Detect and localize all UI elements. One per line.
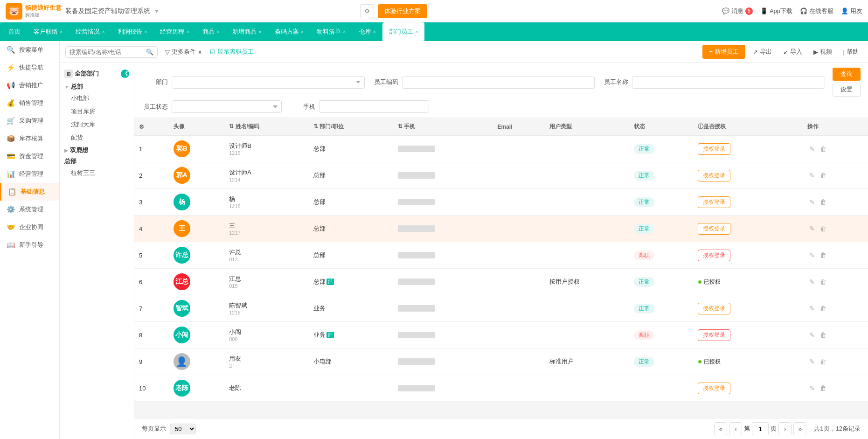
nav-tab-bom[interactable]: 物料清单× bbox=[310, 22, 352, 41]
view-button[interactable]: ▶ 视频 bbox=[810, 46, 836, 58]
delete-button[interactable]: 🗑 bbox=[818, 330, 828, 340]
import-button[interactable]: ↙ 导入 bbox=[779, 46, 806, 58]
sidebar-item-collab[interactable]: 🤝 企业协同 bbox=[0, 218, 59, 236]
sidebar-item-quicknav[interactable]: ⚡ 快捷导航 bbox=[0, 59, 59, 77]
auth-button[interactable]: 授权登录 bbox=[698, 143, 730, 155]
col-name[interactable]: ⇅ 姓名/编码 bbox=[224, 118, 309, 136]
delete-button[interactable]: 🗑 bbox=[818, 357, 828, 366]
edit-button[interactable]: ✎ bbox=[807, 197, 817, 207]
close-icon[interactable]: × bbox=[102, 29, 104, 35]
delete-button[interactable]: 🗑 bbox=[818, 277, 828, 286]
edit-button[interactable]: ✎ bbox=[807, 383, 817, 393]
dept-group-zongbu[interactable]: ▼ 总部 bbox=[60, 81, 134, 92]
sidebar-item-inventory[interactable]: 📦 库存核算 bbox=[0, 130, 59, 147]
close-icon[interactable]: × bbox=[186, 29, 189, 35]
query-button[interactable]: 查询 bbox=[833, 68, 861, 81]
sidebar-item-sales[interactable]: 💰 销售管理 bbox=[0, 94, 59, 112]
close-icon[interactable]: × bbox=[343, 29, 346, 35]
nav-tab-home[interactable]: 首页 bbox=[2, 22, 27, 41]
trial-button[interactable]: 体验行业方案 bbox=[378, 4, 427, 18]
delete-button[interactable]: 🗑 bbox=[818, 144, 828, 153]
dept-item-xiaodianbu[interactable]: 小电部 bbox=[60, 92, 134, 105]
nav-tab-profit[interactable]: 利润报告× bbox=[111, 22, 153, 41]
empcode-input[interactable] bbox=[402, 76, 595, 89]
page-input[interactable] bbox=[752, 422, 769, 435]
search-input[interactable] bbox=[69, 49, 144, 56]
message-button[interactable]: 💬 消息 5 bbox=[722, 7, 753, 15]
more-conditions-button[interactable]: ▽ 更多条件 ∧ bbox=[161, 46, 206, 58]
all-departments-item[interactable]: ⊞ 全部部门 《 bbox=[60, 67, 134, 81]
help-button[interactable]: | 帮助 bbox=[840, 46, 862, 58]
export-button[interactable]: ↗ 导出 bbox=[749, 46, 776, 58]
close-icon[interactable]: × bbox=[258, 29, 261, 35]
delete-button[interactable]: 🗑 bbox=[818, 197, 828, 207]
dept-select[interactable] bbox=[172, 76, 365, 89]
add-employee-button[interactable]: + 新增员工 bbox=[702, 45, 745, 59]
close-icon[interactable]: × bbox=[144, 29, 147, 35]
dept-group-zongbu2[interactable]: 总部 bbox=[60, 155, 134, 167]
col-phone[interactable]: ⇅ 手机 bbox=[393, 118, 493, 136]
settings-icon[interactable]: ⚙ bbox=[139, 124, 144, 130]
dept-item-zhishu[interactable]: 植树王三 bbox=[60, 167, 134, 180]
sidebar-item-system[interactable]: ⚙️ 系统管理 bbox=[0, 201, 59, 218]
reset-button[interactable]: 设置 bbox=[833, 83, 861, 97]
delete-button[interactable]: 🗑 bbox=[818, 171, 828, 180]
nav-tab-barcode[interactable]: 条码方案× bbox=[268, 22, 310, 41]
col-settings[interactable]: ⚙ bbox=[134, 118, 169, 136]
close-icon[interactable]: × bbox=[301, 29, 304, 35]
nav-tab-operation[interactable]: 经营情况× bbox=[69, 22, 111, 41]
edit-button[interactable]: ✎ bbox=[807, 171, 817, 180]
edit-button[interactable]: ✎ bbox=[807, 304, 817, 313]
first-page-button[interactable]: « bbox=[714, 422, 727, 435]
phone-input[interactable] bbox=[319, 100, 429, 113]
sidebar-item-guide[interactable]: 📖 新手引导 bbox=[0, 236, 59, 254]
nav-tab-employees[interactable]: 部门员工× bbox=[382, 22, 424, 41]
close-icon[interactable]: × bbox=[60, 29, 62, 35]
edit-button[interactable]: ✎ bbox=[807, 330, 817, 340]
edit-button[interactable]: ✎ bbox=[807, 357, 817, 366]
empname-input[interactable] bbox=[632, 76, 825, 89]
sidebar-item-purchase[interactable]: 🛒 采购管理 bbox=[0, 112, 59, 130]
close-icon[interactable]: × bbox=[216, 29, 219, 35]
user-menu-button[interactable]: 👤 用友 bbox=[841, 7, 862, 15]
page-size-select[interactable]: 50 20 100 bbox=[170, 424, 196, 434]
auth-button[interactable]: 授权登录 bbox=[698, 170, 730, 181]
empstatus-select[interactable] bbox=[172, 100, 282, 113]
nav-tab-add-goods[interactable]: 新增商品× bbox=[226, 22, 268, 41]
edit-button[interactable]: ✎ bbox=[807, 224, 817, 233]
auth-button[interactable]: 授权登录 bbox=[698, 250, 730, 261]
settings-button[interactable]: ⚙ bbox=[360, 4, 374, 18]
edit-button[interactable]: ✎ bbox=[807, 251, 817, 260]
nav-tab-customer[interactable]: 客户联络× bbox=[27, 22, 69, 41]
show-resigned-toggle[interactable]: ☑ 显示离职员工 bbox=[210, 48, 254, 56]
next-page-button[interactable]: › bbox=[778, 422, 792, 435]
auth-button[interactable]: 授权登录 bbox=[698, 223, 730, 235]
delete-button[interactable]: 🗑 bbox=[818, 304, 828, 313]
dropdown-arrow-icon[interactable]: ▼ bbox=[154, 8, 160, 14]
delete-button[interactable]: 🗑 bbox=[818, 383, 828, 393]
nav-tab-history[interactable]: 经营历程× bbox=[153, 22, 195, 41]
dept-item-project[interactable]: 项目库房 bbox=[60, 105, 134, 118]
edit-button[interactable]: ✎ bbox=[807, 144, 817, 153]
sidebar-item-basicinfo[interactable]: 📋 基础信息 bbox=[0, 183, 59, 201]
app-download-button[interactable]: 📱 App下载 bbox=[760, 7, 792, 15]
prev-page-button[interactable]: ‹ bbox=[729, 422, 742, 435]
collapse-button[interactable]: 《 bbox=[121, 70, 129, 78]
auth-button[interactable]: 授权登录 bbox=[698, 329, 730, 341]
col-dept[interactable]: ⇅ 部门/职位 bbox=[309, 118, 393, 136]
sidebar-item-search[interactable]: 🔍 搜索菜单 bbox=[0, 41, 59, 59]
last-page-button[interactable]: » bbox=[793, 422, 806, 435]
dept-item-shenyang[interactable]: 沈阳大库 bbox=[60, 118, 134, 131]
delete-button[interactable]: 🗑 bbox=[818, 224, 828, 233]
auth-button[interactable]: 授权登录 bbox=[698, 383, 730, 394]
online-service-button[interactable]: 🎧 在线客服 bbox=[800, 7, 833, 15]
auth-button[interactable]: 授权登录 bbox=[698, 196, 730, 208]
auth-button[interactable]: 授权登录 bbox=[698, 303, 730, 314]
search-box[interactable]: 🔍 bbox=[65, 46, 158, 58]
nav-tab-goods[interactable]: 商品× bbox=[196, 22, 226, 41]
edit-button[interactable]: ✎ bbox=[807, 277, 817, 286]
close-icon[interactable]: × bbox=[415, 29, 418, 35]
nav-tab-warehouse[interactable]: 仓库× bbox=[353, 22, 382, 41]
delete-button[interactable]: 🗑 bbox=[818, 251, 828, 260]
sidebar-item-finance[interactable]: 💳 资金管理 bbox=[0, 147, 59, 165]
